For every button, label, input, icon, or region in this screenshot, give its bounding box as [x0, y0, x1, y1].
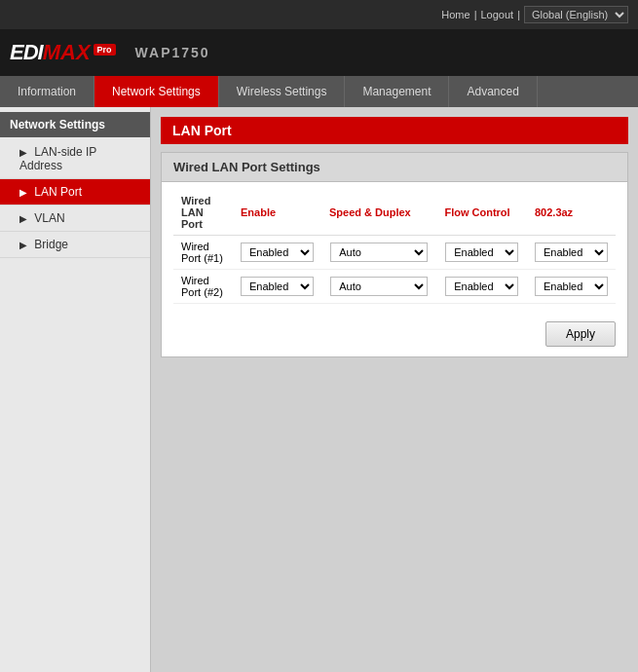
- port-1-speed-cell: Auto 10M Half 10M Full 100M Half 100M Fu…: [321, 236, 436, 270]
- col-header-speed: Speed & Duplex: [321, 190, 436, 236]
- nav-wireless-settings[interactable]: Wireless Settings: [219, 76, 346, 107]
- port-1-dot3az-cell: Enabled Disabled: [527, 236, 616, 270]
- nav-advanced[interactable]: Advanced: [449, 76, 537, 107]
- nav-information[interactable]: Information: [0, 76, 94, 107]
- content-area: LAN Port Wired LAN Port Settings Wired L…: [151, 107, 638, 672]
- sidebar: Network Settings ▶ LAN-side IP Address ▶…: [0, 107, 151, 672]
- port-1-flow-select[interactable]: Enabled Disabled: [445, 243, 518, 262]
- col-header-flow: Flow Control: [436, 190, 527, 236]
- port-2-dot3az-select[interactable]: Enabled Disabled: [535, 277, 608, 296]
- sep2: |: [517, 9, 520, 20]
- sidebar-item-lan-ip[interactable]: ▶ LAN-side IP Address: [0, 139, 150, 179]
- col-header-enable: Enable: [233, 190, 321, 236]
- port-1-enable-select[interactable]: Enabled Disabled: [241, 243, 314, 262]
- port-1-flow-cell: Enabled Disabled: [436, 236, 527, 270]
- logo-max: MAX: [43, 40, 91, 65]
- logo: EDIMAX Pro: [10, 40, 116, 65]
- nav-network-settings[interactable]: Network Settings: [94, 76, 219, 107]
- arrow-icon: ▶: [19, 147, 27, 158]
- sidebar-title: Network Settings: [0, 112, 150, 137]
- header-bar: Home | Logout | Global (English): [0, 0, 638, 29]
- settings-box: Wired LAN Port Settings Wired LAN Port E…: [161, 152, 628, 357]
- device-name: WAP1750: [135, 45, 210, 60]
- logo-edi: EDI: [10, 40, 43, 65]
- port-2-dot3az-cell: Enabled Disabled: [527, 270, 616, 304]
- table-row: Wired Port (#1) Enabled Disabled Auto: [173, 236, 616, 270]
- settings-box-title: Wired LAN Port Settings: [162, 153, 627, 182]
- apply-button[interactable]: Apply: [545, 321, 616, 347]
- port-1-speed-select[interactable]: Auto 10M Half 10M Full 100M Half 100M Fu…: [330, 243, 428, 262]
- arrow-icon: ▶: [19, 240, 27, 250]
- sidebar-item-lan-port[interactable]: ▶ LAN Port: [0, 179, 150, 205]
- page-title: LAN Port: [161, 117, 628, 144]
- sidebar-item-vlan[interactable]: ▶ VLAN: [0, 205, 150, 232]
- nav-management[interactable]: Management: [345, 76, 449, 107]
- logo-bar: EDIMAX Pro WAP1750: [0, 29, 638, 76]
- port-2-flow-cell: Enabled Disabled: [436, 270, 527, 304]
- main-layout: Network Settings ▶ LAN-side IP Address ▶…: [0, 107, 638, 672]
- port-2-speed-cell: Auto 10M Half 10M Full 100M Half 100M Fu…: [321, 270, 436, 304]
- logout-link[interactable]: Logout: [480, 9, 513, 20]
- port-1-dot3az-select[interactable]: Enabled Disabled: [535, 243, 608, 262]
- navbar: Information Network Settings Wireless Se…: [0, 76, 638, 107]
- arrow-icon: ▶: [19, 213, 27, 224]
- port-1-label: Wired Port (#1): [173, 236, 233, 270]
- port-2-speed-select[interactable]: Auto 10M Half 10M Full 100M Half 100M Fu…: [330, 277, 428, 296]
- settings-table-wrapper: Wired LAN Port Enable Speed & Duplex Flo…: [162, 182, 627, 312]
- col-header-dot3az: 802.3az: [527, 190, 616, 236]
- port-2-enable-select[interactable]: Enabled Disabled: [241, 277, 314, 296]
- port-2-flow-select[interactable]: Enabled Disabled: [445, 277, 518, 296]
- table-row: Wired Port (#2) Enabled Disabled Auto: [173, 270, 616, 304]
- wired-lan-table: Wired LAN Port Enable Speed & Duplex Flo…: [173, 190, 616, 304]
- logo-pro: Pro: [94, 44, 116, 56]
- port-2-enable-cell: Enabled Disabled: [233, 270, 321, 304]
- home-link[interactable]: Home: [441, 9, 469, 20]
- port-2-label: Wired Port (#2): [173, 270, 233, 304]
- arrow-icon: ▶: [19, 187, 27, 198]
- port-1-enable-cell: Enabled Disabled: [233, 236, 321, 270]
- language-select[interactable]: Global (English): [524, 6, 628, 23]
- apply-section: Apply: [162, 312, 627, 356]
- sep1: |: [474, 9, 477, 20]
- sidebar-item-bridge[interactable]: ▶ Bridge: [0, 232, 150, 258]
- col-header-port: Wired LAN Port: [173, 190, 233, 236]
